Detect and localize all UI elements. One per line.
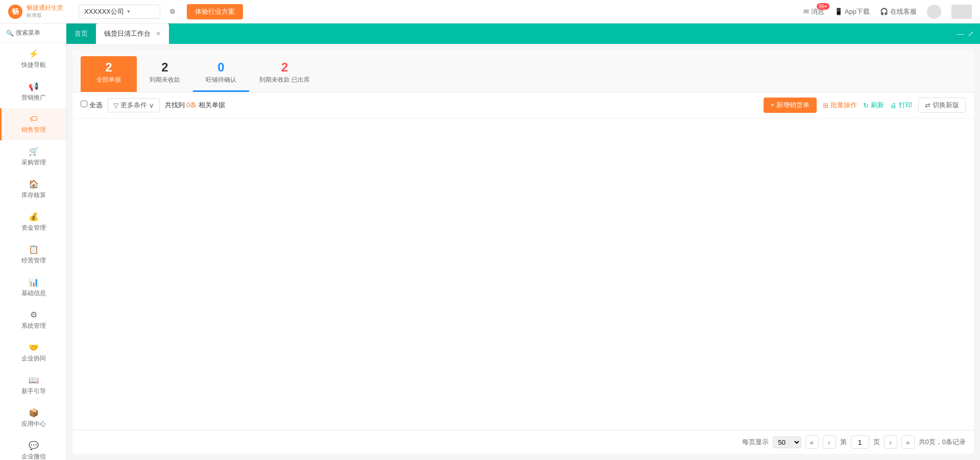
prev-page-button[interactable]: ‹ (823, 435, 836, 449)
print-button[interactable]: 🖨 打印 (890, 101, 912, 110)
cooperation-label: 企业协同 (21, 354, 46, 363)
checkbox-input[interactable] (81, 101, 87, 107)
operations-icon: 📋 (29, 245, 39, 254)
basic-info-label: 基础信息 (21, 289, 46, 298)
page-suffix: 页 (873, 438, 880, 447)
stat-pending-label: 旺铺待确认 (206, 76, 236, 84)
user-name-area (951, 5, 972, 19)
sidebar: 🔍 搜索菜单 ⚡ 快捷导航 📢 营销推广 🏷 销售管理 🛒 采购管理 🏠 库存核… (0, 23, 66, 460)
select-all-label: 全选 (89, 101, 103, 109)
online-service-action[interactable]: 🎧 在线客服 (880, 7, 917, 16)
stat-all-num: 2 (105, 60, 112, 75)
tab-maximize-icon[interactable]: ⤢ (968, 30, 974, 38)
search-menu[interactable]: 🔍 搜索菜单 (0, 23, 66, 43)
total-text: 共0页，0条记录 (919, 438, 966, 447)
quick-nav-label: 快捷导航 (21, 61, 46, 69)
finance-label: 资金管理 (21, 224, 46, 232)
batch-icon: ⊞ (823, 102, 828, 109)
marketing-icon: 📢 (29, 82, 39, 91)
avatar[interactable] (927, 5, 941, 19)
stat-tab-all[interactable]: 2 全部单据 (81, 56, 137, 92)
filter-icon: ▽ (113, 102, 118, 109)
sidebar-item-cooperation[interactable]: 🤝 企业协同 (0, 336, 66, 369)
sidebar-item-wechat[interactable]: 💬 企业微信 (0, 434, 66, 460)
wechat-icon: 💬 (29, 441, 39, 450)
tab-close-icon[interactable]: ✕ (156, 30, 161, 37)
select-all-checkbox[interactable]: 全选 (81, 101, 103, 110)
search-menu-label: 搜索菜单 (16, 29, 40, 37)
logo-text: 畅捷通好生意 (27, 4, 63, 12)
tab-cash-work[interactable]: 钱货日清工作台 ✕ (96, 23, 169, 44)
inventory-icon: 🏠 (29, 179, 39, 189)
sidebar-item-guide[interactable]: 📖 新手引导 (0, 369, 66, 402)
toolbar: 全选 ▽ 更多条件 ∨ 共找到 0条 相关单据 (72, 92, 974, 118)
stat-tab-overdue[interactable]: 2 到期未收款 (137, 56, 193, 92)
marketing-label: 营销推广 (21, 93, 46, 102)
work-bench: 2 全部单据 2 到期未收款 0 旺铺待确认 2 到期未收款 已出库 (72, 50, 974, 454)
sidebar-item-inventory[interactable]: 🏠 库存核算 (0, 173, 66, 206)
new-sale-button[interactable]: + 新增销货单 (764, 98, 817, 113)
header-right: ✉ 消息 99 📱 App下载 🎧 在线客服 (803, 5, 972, 19)
last-page-button[interactable]: » (901, 435, 915, 449)
company-selector[interactable]: XXXXXX公司 ▼ (79, 5, 160, 19)
settings-button[interactable]: ⚙ (164, 4, 181, 20)
finance-icon: 💰 (29, 212, 39, 222)
search-icon: 🔍 (6, 30, 14, 37)
guide-label: 新手引导 (21, 387, 46, 396)
first-page-button[interactable]: « (805, 435, 819, 449)
stat-tab-pending[interactable]: 0 旺铺待确认 (193, 56, 249, 92)
sidebar-item-purchase[interactable]: 🛒 采购管理 (0, 140, 66, 173)
sidebar-item-operations[interactable]: 📋 经营管理 (0, 238, 66, 271)
sidebar-item-quick-nav[interactable]: ⚡ 快捷导航 (0, 43, 66, 76)
system-icon: ⚙ (30, 310, 37, 320)
sidebar-item-sales[interactable]: 🏷 销售管理 (0, 108, 66, 140)
page-label: 第 (840, 438, 847, 447)
next-page-button[interactable]: › (884, 435, 897, 449)
tab-home[interactable]: 首页 (66, 23, 96, 44)
trial-button[interactable]: 体验行业方案 (187, 4, 243, 19)
toolbar-left: 全选 ▽ 更多条件 ∨ 共找到 0条 相关单据 (81, 98, 225, 112)
tab-home-label: 首页 (75, 29, 88, 38)
company-name: XXXXXX公司 (84, 7, 124, 16)
switch-version-button[interactable]: ⇄ 切换新版 (918, 98, 966, 113)
stat-overdue-stock-label: 到期未收款 已出库 (259, 76, 310, 84)
logo-icon: 畅 (8, 5, 22, 19)
system-label: 系统管理 (21, 322, 46, 330)
tab-bar: 首页 钱货日清工作台 ✕ — ⤢ (66, 23, 980, 44)
online-service-label: 在线客服 (890, 7, 917, 16)
refresh-button[interactable]: ↻ 刷新 (863, 101, 884, 110)
service-icon: 🎧 (880, 8, 888, 15)
stat-overdue-num: 2 (161, 60, 168, 75)
guide-icon: 📖 (29, 375, 39, 385)
message-action[interactable]: ✉ 消息 99 (803, 7, 824, 16)
page-number-input[interactable] (851, 435, 869, 449)
switch-icon: ⇄ (925, 102, 930, 109)
found-count: 0条 (186, 101, 197, 109)
sidebar-item-basic-info[interactable]: 📊 基础信息 (0, 271, 66, 304)
quick-nav-icon: ⚡ (29, 49, 39, 59)
page-size-select[interactable]: 50 20 100 (773, 437, 801, 448)
sidebar-item-marketing[interactable]: 📢 营销推广 (0, 76, 66, 108)
message-badge: 99 (817, 3, 829, 10)
toolbar-right: + 新增销货单 ⊞ 批量操作 ↻ 刷新 🖨 打印 (764, 98, 966, 113)
refresh-label: 刷新 (871, 101, 884, 110)
table-area (72, 118, 974, 430)
found-suffix: 相关单据 (199, 101, 225, 109)
batch-op-button[interactable]: ⊞ 批量操作 (823, 101, 857, 110)
app-download-action[interactable]: 📱 App下载 (835, 7, 870, 16)
sidebar-item-finance[interactable]: 💰 资金管理 (0, 206, 66, 238)
sidebar-item-system[interactable]: ⚙ 系统管理 (0, 304, 66, 336)
sidebar-item-app-center[interactable]: 📦 应用中心 (0, 402, 66, 434)
stat-all-label: 全部单据 (96, 76, 121, 84)
filter-button[interactable]: ▽ 更多条件 ∨ (108, 98, 160, 112)
stat-tab-overdue-stock[interactable]: 2 到期未收款 已出库 (249, 56, 320, 92)
tab-minimize-icon[interactable]: — (957, 30, 964, 38)
operations-label: 经营管理 (21, 256, 46, 265)
inventory-label: 库存核算 (21, 191, 46, 200)
print-icon: 🖨 (890, 102, 897, 109)
purchase-label: 采购管理 (21, 158, 46, 167)
batch-label: 批量操作 (830, 101, 857, 110)
found-prefix: 共找到 (165, 101, 185, 109)
basic-info-icon: 📊 (29, 277, 39, 287)
main-content: 首页 钱货日清工作台 ✕ — ⤢ 2 全部单据 (66, 23, 980, 460)
